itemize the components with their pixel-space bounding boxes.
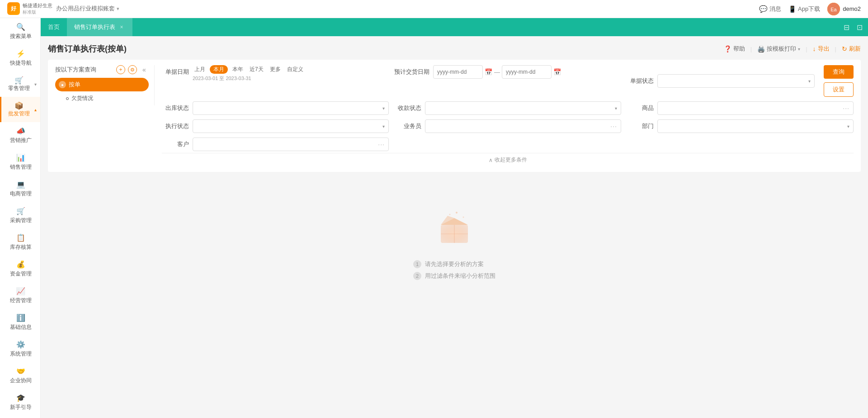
salesman-input-wrapper: ··· — [425, 119, 621, 133]
expected-date-end-input[interactable] — [502, 65, 552, 79]
payment-arrow-icon: ▾ — [615, 106, 617, 111]
scheme-collapse-btn[interactable]: « — [140, 65, 149, 74]
sidebar-item-retail[interactable]: 🛒 零售管理 ▾ — [0, 71, 40, 97]
user-name: demo2 — [843, 5, 861, 12]
help-btn[interactable]: ❓ 帮助 — [724, 45, 745, 53]
filter-field-exec-status: 执行状态 ▾ — [162, 119, 389, 133]
dept-label: 部门 — [627, 122, 654, 130]
sidebar-item-newbie[interactable]: 🎓 新手引导 — [0, 389, 40, 416]
collapse-label: 收起更多条件 — [495, 156, 527, 164]
sidebar-label-system: 系统管理 — [10, 350, 32, 358]
wholesale-section: 📦 批发管理 ▴ — [0, 97, 40, 122]
tab-sales-order[interactable]: 销售订单执行表 × — [67, 18, 132, 36]
product-dots-icon: ··· — [843, 104, 849, 112]
sidebar-item-finance[interactable]: 💰 资金管理 — [0, 256, 40, 282]
search-button[interactable]: 查询 — [824, 65, 854, 79]
refresh-btn[interactable]: ↻ 刷新 — [842, 45, 861, 53]
sidebar-item-quicknav[interactable]: ⚡ 快捷导航 — [0, 45, 40, 71]
date-field-wrapper: 上月 本月 本年 近7天 更多 自定义 2023-03-01 至 2023-03… — [193, 65, 389, 82]
status-select-arrow-icon: ▾ — [808, 79, 811, 84]
tab-close-icon[interactable]: × — [118, 24, 125, 31]
dept-select[interactable]: ▾ — [657, 119, 854, 133]
filter-collapse-btn[interactable]: ∧ 收起更多条件 — [162, 153, 854, 166]
logo-area: 好 畅捷通好生意 标准版 — [7, 2, 52, 15]
breadcrumb[interactable]: 办公用品行业模拟账套 ▾ — [56, 5, 119, 13]
inventory-icon: 📋 — [16, 233, 25, 242]
sidebar-label-quicknav: 快捷导航 — [10, 59, 32, 67]
logo-icon: 好 — [7, 2, 20, 15]
sidebar-item-basic-info[interactable]: ℹ️ 基础信息 — [0, 309, 40, 336]
sidebar-item-operations[interactable]: 📈 经营管理 — [0, 282, 40, 309]
print-label: 按模板打印 — [767, 45, 796, 53]
empty-step-2: 2 用过滤条件来缩小分析范围 — [413, 272, 495, 280]
sidebar-item-system[interactable]: ⚙️ 系统管理 — [0, 336, 40, 362]
scheme-add-btn[interactable]: + — [116, 65, 125, 74]
collab-icon: 🤝 — [16, 367, 25, 375]
expected-date-start-input[interactable] — [433, 65, 483, 79]
logo-subtext: 标准版 — [23, 9, 52, 15]
date-tab-7days[interactable]: 近7天 — [248, 65, 265, 74]
sidebar-item-search[interactable]: 🔍 搜索菜单 — [0, 18, 40, 45]
date-tab-thismonth[interactable]: 本月 — [210, 65, 228, 74]
sidebar-item-sales[interactable]: 📊 销售管理 — [0, 149, 40, 176]
quicknav-icon: ⚡ — [16, 49, 25, 58]
app-download-action[interactable]: 📱 App下载 — [788, 5, 820, 13]
message-icon: 💬 — [759, 5, 768, 13]
sidebar-item-ecommerce[interactable]: 💻 电商管理 — [0, 176, 40, 202]
tab-minimize-btn[interactable]: ⊟ — [842, 21, 851, 33]
payment-select[interactable]: ▾ — [425, 101, 621, 115]
date-field-label: 单据日期 — [162, 65, 189, 76]
print-btn[interactable]: 🖨️ 按模板打印 ▾ — [757, 45, 800, 53]
status-select[interactable]: ▾ — [657, 74, 815, 88]
date-tab-lastmonth[interactable]: 上月 — [193, 65, 207, 74]
customer-input[interactable]: ··· — [193, 138, 389, 151]
date-tab-custom[interactable]: 自定义 — [285, 65, 305, 74]
operations-icon: 📈 — [16, 287, 25, 295]
tab-maximize-btn[interactable]: ⊡ — [855, 21, 864, 33]
tab-bar-actions: ⊟ ⊡ — [842, 21, 868, 33]
retail-inner: 🛒 零售管理 — [5, 76, 33, 92]
message-action[interactable]: 💬 消息 — [759, 5, 781, 13]
user-profile[interactable]: Ea demo2 — [827, 3, 861, 15]
date-calendar-icon-1[interactable]: 📅 — [485, 68, 492, 76]
scheme-settings-btn[interactable]: ⚙ — [128, 65, 137, 74]
page-title-bar: 销售订单执行表(按单) ❓ 帮助 | 🖨️ 按模板打印 ▾ | ↓ — [48, 43, 861, 54]
scheme-item-byorder[interactable]: ● 按单 — [55, 78, 149, 91]
finance-icon: 💰 — [16, 260, 25, 269]
salesman-input[interactable]: ··· — [425, 119, 621, 133]
export-label: 导出 — [818, 45, 830, 53]
sidebar-item-inventory[interactable]: 📋 库存核算 — [0, 229, 40, 256]
outbound-select[interactable]: ▾ — [193, 101, 389, 115]
step-num-1: 1 — [413, 260, 421, 268]
breadcrumb-text: 办公用品行业模拟账套 — [56, 5, 115, 13]
date-calendar-icon-2[interactable]: 📅 — [553, 68, 561, 76]
salesman-label: 业务员 — [394, 122, 421, 130]
divider3: | — [835, 46, 836, 52]
export-btn[interactable]: ↓ 导出 — [813, 45, 830, 53]
date-tab-more[interactable]: 更多 — [268, 65, 283, 74]
sidebar-item-appcenter[interactable]: 🔲 应用中心 — [0, 416, 40, 418]
sidebar-label-purchase: 采购管理 — [10, 217, 32, 224]
exec-status-select[interactable]: ▾ — [193, 119, 389, 133]
scheme-sub-item-shortage[interactable]: 欠货情况 — [55, 92, 149, 104]
sidebar-item-marketing[interactable]: 📣 营销推广 — [0, 122, 40, 149]
sidebar-item-wholesale[interactable]: 📦 批发管理 ▴ — [0, 97, 40, 122]
empty-step-2-text: 用过滤条件来缩小分析范围 — [425, 272, 495, 280]
date-tab-thisyear[interactable]: 本年 — [231, 65, 245, 74]
sidebar-item-collab[interactable]: 🤝 企业协同 — [0, 362, 40, 389]
tab-home[interactable]: 首页 — [41, 18, 67, 36]
sales-icon: 📊 — [16, 153, 25, 162]
settings-button[interactable]: 设置 — [824, 82, 854, 97]
customer-input-wrapper: ··· — [193, 138, 389, 151]
product-input-wrapper: ··· — [657, 101, 854, 115]
sidebar-item-purchase[interactable]: 🛒 采购管理 — [0, 202, 40, 229]
status-label: 单据状态 — [627, 77, 654, 85]
wholesale-inner: 📦 批发管理 — [5, 101, 33, 118]
product-input[interactable]: ··· — [657, 101, 854, 115]
content-area: 首页 销售订单执行表 × ⊟ ⊡ 销售订单执行表(按单) ❓ 帮助 — [41, 18, 868, 418]
filter-panel: 按以下方案查询 + ⚙ « ● 按单 — [48, 60, 861, 172]
divider2: | — [806, 46, 807, 52]
scheme-sub-label-shortage: 欠货情况 — [71, 95, 93, 102]
tab-sales-order-label: 销售订单执行表 — [74, 23, 115, 31]
scheme-item-label-byorder: 按单 — [69, 81, 80, 89]
